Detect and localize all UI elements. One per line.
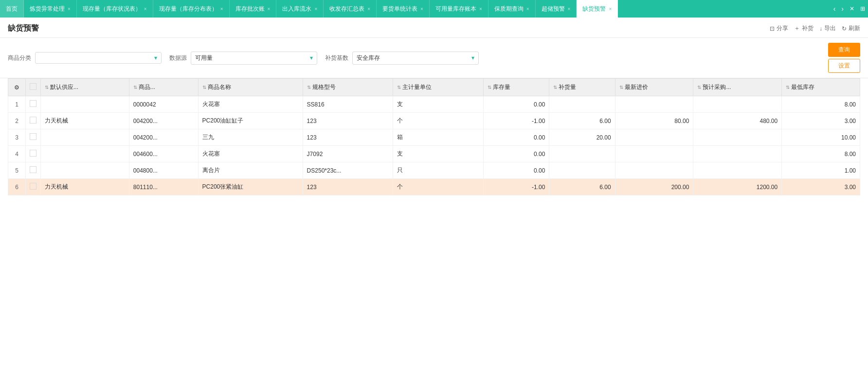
table-body: 1 0000042 火花塞 SS816 支 0.00 8.00 2 力天机械 0… bbox=[8, 96, 860, 195]
row-stock-5: -1.00 bbox=[484, 179, 549, 195]
tab-overstock[interactable]: 超储预警 × bbox=[536, 0, 577, 18]
datasource-select[interactable]: 可用量 ▾ bbox=[191, 52, 317, 65]
share-button[interactable]: ⊡ 分享 bbox=[770, 24, 788, 33]
close-tab-expiry[interactable]: × bbox=[526, 6, 529, 12]
row-checkbox-5[interactable] bbox=[26, 179, 41, 195]
th-product-name[interactable]: ⇅ 商品名称 bbox=[198, 79, 303, 96]
th-checkbox[interactable] bbox=[26, 79, 41, 96]
close-tab-order-stat[interactable]: × bbox=[420, 6, 423, 12]
row-stock-3: 0.00 bbox=[484, 146, 549, 162]
row-estimated-purchase-5: 1200.00 bbox=[693, 179, 782, 195]
close-tab-summary[interactable]: × bbox=[367, 6, 370, 12]
close-tab-available-ledger[interactable]: × bbox=[479, 6, 482, 12]
row-min-stock-2: 10.00 bbox=[782, 129, 860, 146]
tab-home[interactable]: 首页 bbox=[0, 0, 24, 18]
row-checkbox-4[interactable] bbox=[26, 162, 41, 179]
row-check-1[interactable] bbox=[30, 117, 36, 123]
th-settings[interactable]: ⚙ bbox=[8, 79, 26, 96]
tab-prev-btn[interactable]: ‹ bbox=[831, 0, 839, 18]
row-settings-4: 5 bbox=[8, 162, 26, 179]
row-stock-0: 0.00 bbox=[484, 96, 549, 113]
row-check-3[interactable] bbox=[30, 150, 36, 157]
tab-expand-btn[interactable]: ⊞ bbox=[857, 0, 868, 18]
tab-stock-status[interactable]: 现存量（库存状况表） × bbox=[77, 0, 153, 18]
row-latest-price-5: 200.00 bbox=[615, 179, 693, 195]
page-title: 缺货预警 bbox=[8, 23, 39, 34]
th-unit-sort-icon: ⇅ bbox=[397, 85, 401, 90]
row-check-2[interactable] bbox=[30, 133, 36, 140]
replenish-base-select[interactable]: 安全库存 ▾ bbox=[352, 52, 479, 65]
tab-refining[interactable]: 炼货异常处理 × bbox=[24, 0, 77, 18]
tab-shortage[interactable]: 缺货预警 × bbox=[577, 0, 618, 18]
close-tab-inout[interactable]: × bbox=[314, 6, 317, 12]
tab-summary[interactable]: 收发存汇总表 × bbox=[324, 0, 377, 18]
close-tab-stock-dist[interactable]: × bbox=[220, 6, 223, 12]
replenish-base-label: 补货基数 bbox=[325, 54, 348, 62]
tab-bar: 首页 炼货异常处理 × 现存量（库存状况表） × 现存量（库存分布表） × 库存… bbox=[0, 0, 868, 18]
data-table: ⚙ ⇅ 默认供应... ⇅ bbox=[8, 78, 860, 195]
row-latest-price-0 bbox=[615, 96, 693, 113]
th-stock[interactable]: ⇅ 库存量 bbox=[484, 79, 549, 96]
tab-available-ledger[interactable]: 可用量库存账本 × bbox=[430, 0, 488, 18]
row-stock-1: -1.00 bbox=[484, 113, 549, 129]
th-spec[interactable]: ⇅ 规格型号 bbox=[303, 79, 393, 96]
settings-button[interactable]: 设置 bbox=[828, 59, 860, 73]
row-supplier-5: 力天机械 bbox=[41, 179, 129, 195]
row-checkbox-0[interactable] bbox=[26, 96, 41, 113]
th-unit[interactable]: ⇅ 主计量单位 bbox=[393, 79, 484, 96]
row-check-5[interactable] bbox=[30, 183, 36, 190]
tab-order-stat[interactable]: 要货单统计表 × bbox=[377, 0, 430, 18]
tab-batch[interactable]: 库存批次账 × bbox=[230, 0, 277, 18]
row-supplier-4 bbox=[41, 162, 129, 179]
refresh-button[interactable]: ↻ 刷新 bbox=[842, 24, 860, 33]
category-select[interactable]: ▾ bbox=[35, 52, 162, 64]
close-tab-stock-status[interactable]: × bbox=[144, 6, 147, 12]
close-tab-overstock[interactable]: × bbox=[568, 6, 571, 12]
replenish-base-dropdown-icon: ▾ bbox=[471, 54, 474, 61]
close-tab-shortage[interactable]: × bbox=[609, 6, 612, 12]
export-button[interactable]: ↓ 导出 bbox=[819, 24, 836, 33]
th-min-stock[interactable]: ⇅ 最低库存 bbox=[782, 79, 860, 96]
tab-inout[interactable]: 出入库流水 × bbox=[276, 0, 324, 18]
category-label: 商品分类 bbox=[8, 54, 31, 62]
row-spec-0: SS816 bbox=[303, 96, 393, 113]
row-product-name-5: PC200张紧油缸 bbox=[198, 179, 303, 195]
th-spec-sort-icon: ⇅ bbox=[307, 85, 311, 90]
replenish-base-value: 安全库存 bbox=[357, 54, 380, 62]
row-product-name-2: 三九 bbox=[198, 129, 303, 146]
query-button[interactable]: 查询 bbox=[828, 43, 860, 57]
tab-stock-dist[interactable]: 现存量（库存分布表） × bbox=[153, 0, 230, 18]
th-latest-price-sort-icon: ⇅ bbox=[619, 85, 623, 90]
row-checkbox-2[interactable] bbox=[26, 129, 41, 146]
replenish-button[interactable]: ＋ 补货 bbox=[794, 24, 814, 33]
row-check-4[interactable] bbox=[30, 166, 36, 173]
row-unit-0: 支 bbox=[393, 96, 484, 113]
row-latest-price-1: 80.00 bbox=[615, 113, 693, 129]
row-replenish-2: 20.00 bbox=[549, 129, 615, 146]
table-row: 5 004800... 离合片 DS250*23c... 只 0.00 1.00 bbox=[8, 162, 860, 179]
row-estimated-purchase-3 bbox=[693, 146, 782, 162]
row-supplier-0 bbox=[41, 96, 129, 113]
tab-close-all-btn[interactable]: ✕ bbox=[847, 0, 857, 18]
row-estimated-purchase-4 bbox=[693, 162, 782, 179]
close-tab-batch[interactable]: × bbox=[268, 6, 271, 12]
th-supplier[interactable]: ⇅ 默认供应... bbox=[41, 79, 129, 96]
row-checkbox-1[interactable] bbox=[26, 113, 41, 129]
tab-next-btn[interactable]: › bbox=[838, 0, 847, 18]
th-estimated-purchase[interactable]: ⇅ 预计采购... bbox=[693, 79, 782, 96]
th-product-code[interactable]: ⇅ 商品... bbox=[129, 79, 198, 96]
close-tab-refining[interactable]: × bbox=[68, 6, 71, 12]
row-estimated-purchase-1: 480.00 bbox=[693, 113, 782, 129]
th-latest-price[interactable]: ⇅ 最新进价 bbox=[615, 79, 693, 96]
row-check-0[interactable] bbox=[30, 100, 36, 107]
th-replenish[interactable]: ⇅ 补货量 bbox=[549, 79, 615, 96]
row-supplier-1: 力天机械 bbox=[41, 113, 129, 129]
tab-expiry[interactable]: 保质期查询 × bbox=[488, 0, 536, 18]
row-checkbox-3[interactable] bbox=[26, 146, 41, 162]
datasource-dropdown-icon: ▾ bbox=[310, 54, 313, 61]
datasource-value: 可用量 bbox=[195, 54, 213, 62]
row-unit-5: 个 bbox=[393, 179, 484, 195]
datasource-filter-group: 数据源 可用量 ▾ bbox=[169, 52, 317, 65]
row-settings-1: 2 bbox=[8, 113, 26, 129]
select-all-checkbox[interactable] bbox=[30, 83, 36, 90]
